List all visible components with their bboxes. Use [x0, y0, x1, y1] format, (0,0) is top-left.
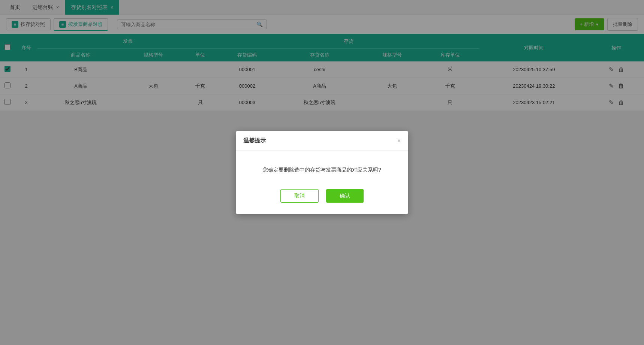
modal-overlay: 温馨提示 × 您确定要删除选中的存货与发票商品的对应关系吗? 取消 确认 — [0, 0, 644, 111]
